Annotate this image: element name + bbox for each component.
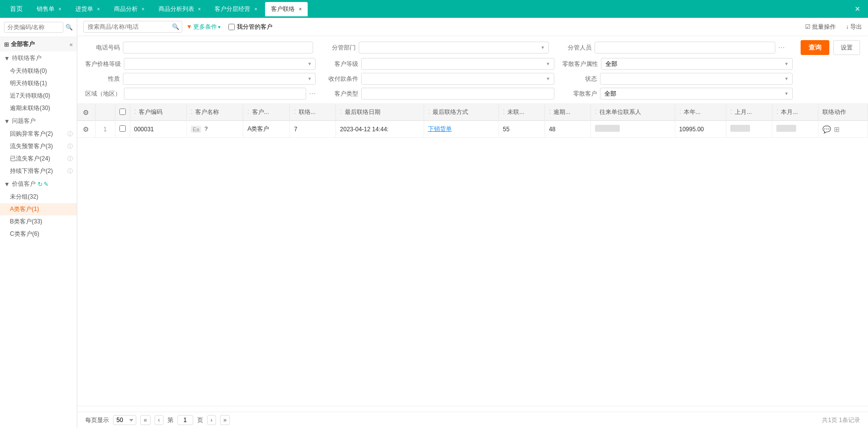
retail-customer-select[interactable]: 全部 (600, 88, 793, 100)
this-month-placeholder (776, 125, 796, 132)
next-page-btn[interactable]: › (207, 415, 216, 425)
table-gear-btn[interactable]: ⚙ (83, 108, 89, 116)
last-page-btn[interactable]: » (220, 415, 230, 425)
add-group-icon[interactable]: ↻ (38, 181, 43, 188)
filter-search-input[interactable] (83, 21, 182, 33)
sidebar-search-input[interactable] (4, 22, 63, 33)
export-btn[interactable]: ↓ 导出 (846, 23, 862, 31)
last-method-link[interactable]: 下销货单 (428, 125, 452, 132)
unit-contact-placeholder (595, 125, 620, 132)
sidebar-item-ungroup[interactable]: 未分组(32) (0, 191, 77, 203)
close-sales-icon[interactable]: × (58, 6, 61, 12)
arrow-down-icon2: ▼ (4, 118, 10, 125)
nature-select[interactable] (123, 73, 316, 85)
row-gear-btn[interactable]: ⚙ (83, 125, 89, 133)
filter-nature: 性质 (85, 73, 316, 85)
close-all-tabs-icon[interactable]: × (851, 4, 864, 14)
close-analysis-icon[interactable]: × (142, 6, 145, 12)
nav-tab-contact[interactable]: 客户联络 × (265, 2, 308, 16)
sidebar-group-pending[interactable]: ▼ 待联络客户 (0, 52, 77, 65)
retail-customer-wrap: 全部 (600, 88, 793, 100)
sidebar-item-c-class[interactable]: C类客户(6) (0, 228, 77, 240)
sidebar-item-warning[interactable]: 流失预警客户(3) ⓘ (0, 140, 77, 153)
settings-btn[interactable]: 设置 (833, 40, 860, 55)
adv-filter-row2: 客户价格等级 客户等级 零散客户属性 全部 (85, 58, 860, 70)
info-icon3: ⓘ (67, 155, 73, 162)
nav-tab-analysis-list[interactable]: 商品分析列表 × (153, 2, 207, 16)
edit-group-icon[interactable]: ✎ (44, 181, 49, 188)
prev-page-btn[interactable]: ‹ (155, 415, 163, 425)
first-page-btn[interactable]: « (140, 415, 151, 425)
nav-tab-sales[interactable]: 销售单 × (31, 2, 67, 16)
customer-level-select[interactable] (361, 58, 554, 70)
name-tag: Ea (191, 126, 201, 133)
sidebar-item-declining[interactable]: 持续下滑客户(2) ⓘ (0, 165, 77, 177)
sidebar-item-tomorrow[interactable]: 明天待联络(1) (0, 77, 77, 90)
sidebar-item-today[interactable]: 今天待联络(0) (0, 65, 77, 77)
qr-icon[interactable]: ⊞ (834, 125, 840, 133)
area-input[interactable] (124, 88, 306, 100)
retail-attr-select[interactable]: 全部 (601, 58, 793, 70)
my-customers-checkbox-label[interactable]: 我分管的客户 (228, 23, 272, 31)
customer-type-input[interactable] (361, 88, 554, 100)
customer-name-cell: Ea ？ (191, 125, 239, 133)
nav-tab-segment[interactable]: 客户分层经营 × (209, 2, 263, 16)
sidebar-item-overdue[interactable]: 逾期未联络(30) (0, 102, 77, 114)
td-checkbox (115, 121, 130, 138)
sidebar-item-a-class[interactable]: A类客户(1) (0, 203, 77, 215)
close-contact-icon[interactable]: × (299, 6, 302, 12)
content-area: 🔍 ▼ 更多条件 ▾ 我分管的客户 ☑ 批量操作 ↓ 导出 (77, 18, 868, 428)
select-all-checkbox[interactable] (119, 108, 126, 115)
adv-filter-row4: 区域（地区） ··· 客户类型 零散客户 全部 (85, 88, 860, 100)
payment-select[interactable] (361, 73, 554, 85)
my-customers-checkbox[interactable] (228, 24, 235, 30)
filter-payment: 收付款条件 (324, 73, 554, 85)
sidebar-item-b-class[interactable]: B类客户(33) (0, 215, 77, 228)
sidebar-item-abnormal[interactable]: 回购异常客户(2) ⓘ (0, 128, 77, 140)
td-action: 💬 ⊞ (818, 121, 868, 138)
filter-bar: 🔍 ▼ 更多条件 ▾ 我分管的客户 ☑ 批量操作 ↓ 导出 (77, 18, 868, 36)
dept-select[interactable] (359, 42, 549, 54)
td-contact: 7 (290, 121, 336, 138)
info-icon4: ⓘ (67, 167, 73, 175)
th-code: ⁚ 客户编码 (130, 104, 186, 121)
td-overdue: 48 (544, 121, 591, 138)
horizontal-scrollbar[interactable] (77, 406, 868, 412)
area-dots-btn[interactable]: ··· (309, 89, 316, 98)
filter-customer-level: 客户等级 (324, 58, 554, 70)
status-wrap (600, 73, 793, 85)
sidebar-all-customers[interactable]: ⊞ 全部客户 « (0, 37, 77, 52)
sidebar-item-7days[interactable]: 近7天待联络(0) (0, 90, 77, 102)
nav-home-tab[interactable]: 首页 (4, 1, 29, 16)
close-segment-icon[interactable]: × (254, 6, 257, 12)
sidebar-search-icon[interactable]: 🔍 (65, 24, 73, 31)
th-checkbox (115, 104, 130, 121)
td-name: Ea ？ (186, 121, 243, 138)
sidebar-item-lost[interactable]: 已流失客户(24) ⓘ (0, 153, 77, 165)
query-btn[interactable]: 查询 (801, 40, 829, 55)
close-purchase-icon[interactable]: × (97, 6, 100, 12)
info-icon: ⓘ (67, 130, 73, 138)
phone-input[interactable] (123, 42, 313, 54)
sidebar-group-problem[interactable]: ▼ 问题客户 (0, 114, 77, 128)
person-dots-btn[interactable]: ··· (778, 43, 785, 52)
filter-search-icon[interactable]: 🔍 (172, 23, 179, 30)
more-conditions-btn[interactable]: ▼ 更多条件 ▾ (186, 23, 220, 31)
chat-icon[interactable]: 💬 (822, 125, 831, 133)
nav-tab-purchase[interactable]: 进货单 × (69, 2, 106, 16)
sidebar-group-value[interactable]: ▼ 价值客户 ↻ ✎ (0, 177, 77, 191)
td-this-year: 10995.00 (675, 121, 726, 138)
per-page-select[interactable]: 50 20 100 (113, 415, 136, 425)
th-unit-contact: ⁚ 往来单位联系人 (591, 104, 675, 121)
close-analysis-list-icon[interactable]: × (198, 6, 201, 12)
filter-area: 区域（地区） ··· (85, 88, 316, 100)
nav-tab-analysis[interactable]: 商品分析 × (108, 2, 151, 16)
price-level-select[interactable] (124, 58, 316, 70)
batch-icon: ☑ (805, 23, 811, 30)
status-select[interactable] (600, 73, 793, 85)
row-checkbox[interactable] (119, 125, 126, 132)
batch-ops-btn[interactable]: ☑ 批量操作 (805, 23, 836, 31)
customer-level-wrap (361, 58, 554, 70)
person-input[interactable] (595, 42, 775, 54)
page-input[interactable] (177, 415, 193, 425)
